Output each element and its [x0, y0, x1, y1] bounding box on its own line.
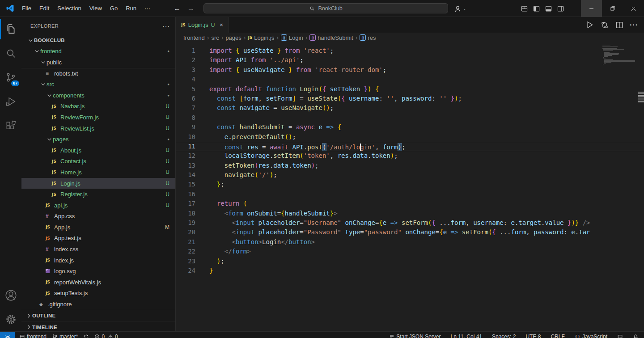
- breadcrumb-login[interactable]: @Login: [281, 34, 303, 41]
- menu-view[interactable]: View: [85, 0, 106, 17]
- accounts-button[interactable]: ⌄: [453, 0, 466, 17]
- tree-item-public[interactable]: public: [21, 57, 175, 68]
- tree-item-reviewlist-js[interactable]: JSReviewList.jsU: [21, 123, 175, 134]
- status-indentation[interactable]: Spaces: 2: [492, 334, 516, 338]
- status-feedback[interactable]: [617, 334, 623, 338]
- tree-item-components[interactable]: components●: [21, 90, 175, 101]
- code-line-22[interactable]: 22 </form>: [176, 247, 644, 256]
- code-line-24[interactable]: 24}: [176, 266, 644, 275]
- code-line-2[interactable]: 2import API from '../api';: [176, 55, 644, 65]
- breadcrumb-handlesubmit[interactable]: @handleSubmit: [309, 34, 353, 41]
- code-line-12[interactable]: 12 localStorage.setItem('token', res.dat…: [176, 151, 644, 161]
- activity-extensions[interactable]: [0, 114, 21, 138]
- toggle-secondary-sidebar-button[interactable]: [557, 5, 564, 13]
- tree-item-contact-js[interactable]: JSContact.jsU: [21, 156, 175, 167]
- status-start-json-server[interactable]: Start JSON Server: [389, 334, 441, 338]
- status-diagnostics[interactable]: 00: [94, 334, 118, 338]
- tree-item-app-js[interactable]: JSApp.jsM: [21, 222, 175, 233]
- toggle-panel-button[interactable]: [545, 5, 552, 13]
- breadcrumb-login-js[interactable]: JSLogin.js: [248, 34, 274, 41]
- minimap[interactable]: [602, 45, 640, 66]
- code-line-15[interactable]: 15 };: [176, 180, 644, 189]
- code-line-23[interactable]: 23 );: [176, 257, 644, 266]
- tree-item-app-css[interactable]: #App.css: [21, 211, 175, 222]
- breadcrumb-frontend[interactable]: frontend: [183, 34, 205, 41]
- run-file-icon[interactable]: [585, 20, 594, 30]
- tree-item-navbar-js[interactable]: JSNavbar.jsU: [21, 101, 175, 112]
- status-eol[interactable]: CRLF: [551, 334, 564, 338]
- tree-item-api-js[interactable]: JSapi.jsU: [21, 200, 175, 211]
- tab-close-icon[interactable]: ×: [220, 21, 223, 28]
- command-center-search[interactable]: BookClub: [203, 3, 448, 13]
- remote-indicator[interactable]: ><: [0, 332, 15, 338]
- tree-item-pages[interactable]: pages●: [21, 134, 175, 145]
- code-line-6[interactable]: 6 const [form, setForm] = useState({ use…: [176, 94, 644, 103]
- section-outline[interactable]: OUTLINE: [21, 310, 175, 321]
- code-line-8[interactable]: 8: [176, 113, 644, 123]
- customize-layout-button[interactable]: [521, 5, 528, 13]
- open-changes-icon[interactable]: [600, 21, 609, 30]
- split-editor-icon[interactable]: [615, 21, 624, 30]
- code-line-17[interactable]: 17 return (: [176, 199, 644, 208]
- code-line-20[interactable]: 20 <input placeholder="Password" type="p…: [176, 228, 644, 237]
- tree-item-setuptests-js[interactable]: JSsetupTests.js: [21, 288, 175, 299]
- activity-search[interactable]: [0, 41, 21, 65]
- tree-item-app-test-js[interactable]: JSApp.test.js: [21, 233, 175, 244]
- menu-run[interactable]: Run: [122, 0, 140, 17]
- status-cursor-position[interactable]: Ln 11, Col 41: [451, 334, 483, 338]
- code-line-19[interactable]: 19 <input placeholder="Username" onChang…: [176, 218, 644, 228]
- settings-menu[interactable]: [0, 307, 21, 331]
- code-line-10[interactable]: 10 e.preventDefault();: [176, 132, 644, 142]
- menu-[interactable]: ···: [140, 0, 154, 17]
- breadcrumb-res[interactable]: @res: [360, 34, 376, 41]
- explorer-more-actions-icon[interactable]: ···: [162, 22, 170, 30]
- menu-go[interactable]: Go: [106, 0, 122, 17]
- forward-arrow-icon[interactable]: →: [187, 4, 195, 13]
- minimize-button[interactable]: [581, 0, 602, 17]
- close-button[interactable]: [623, 0, 644, 17]
- status-sync[interactable]: [83, 334, 89, 338]
- code-line-14[interactable]: 14 navigate('/');: [176, 170, 644, 180]
- status-language-mode[interactable]: {}JavaScript: [575, 334, 607, 338]
- tree-item-index-css[interactable]: #index.css: [21, 244, 175, 255]
- code-line-13[interactable]: 13 setToken(res.data.token);: [176, 161, 644, 170]
- tree-item-bookclub[interactable]: BOOKCLUB: [21, 35, 175, 46]
- code-line-4[interactable]: 4: [176, 75, 644, 84]
- tree-item-about-js[interactable]: JSAbout.jsU: [21, 145, 175, 156]
- code-line-16[interactable]: 16: [176, 190, 644, 199]
- activity-run-debug[interactable]: [0, 89, 21, 114]
- code-line-18[interactable]: 18 <form onSubmit={handleSubmit}>: [176, 209, 644, 218]
- code-line-21[interactable]: 21 <button>Login</button>: [176, 237, 644, 247]
- code-line-5[interactable]: 5export default function Login({ setToke…: [176, 84, 644, 94]
- code-line-9[interactable]: 9 const handleSubmit = async e => {: [176, 123, 644, 132]
- tree-item-index-js[interactable]: JSindex.js: [21, 255, 175, 266]
- restore-button[interactable]: [602, 0, 623, 17]
- tree-item-reviewform-js[interactable]: JSReviewForm.jsU: [21, 112, 175, 123]
- menu-selection[interactable]: Selection: [53, 0, 85, 17]
- account-menu[interactable]: [0, 283, 21, 307]
- tree-item-logo-svg[interactable]: logo.svg: [21, 266, 175, 277]
- back-arrow-icon[interactable]: ←: [174, 4, 181, 13]
- toggle-primary-sidebar-button[interactable]: [533, 5, 540, 13]
- activity-source-control[interactable]: 87: [0, 65, 21, 89]
- tree-item--gitignore[interactable]: ◆.gitignore: [21, 299, 175, 310]
- tree-item-src[interactable]: src●: [21, 79, 175, 90]
- breadcrumb-src[interactable]: src: [211, 34, 219, 41]
- menu-edit[interactable]: Edit: [35, 0, 53, 17]
- activity-explorer[interactable]: [0, 17, 21, 41]
- code-line-7[interactable]: 7 const navigate = useNavigate();: [176, 103, 644, 113]
- status-encoding[interactable]: UTF-8: [525, 334, 541, 338]
- tab-login-js[interactable]: JS Login.js U ×: [176, 17, 229, 33]
- tree-item-robots-txt[interactable]: ≡robots.txt: [21, 68, 175, 79]
- more-actions-icon[interactable]: ···: [630, 21, 638, 29]
- code-area[interactable]: 1import { useState } from 'react';2impor…: [176, 42, 644, 331]
- status-notifications[interactable]: [633, 334, 639, 338]
- breadcrumb-pages[interactable]: pages: [225, 34, 241, 41]
- tree-item-login-js[interactable]: JSLogin.jsU: [21, 178, 175, 189]
- menu-file[interactable]: File: [18, 0, 35, 17]
- tree-item-frontend[interactable]: frontend●: [21, 46, 175, 57]
- status-git-branch[interactable]: master*: [52, 334, 78, 338]
- code-line-1[interactable]: 1import { useState } from 'react';: [176, 46, 644, 55]
- tree-item-register-js[interactable]: JSRegister.jsU: [21, 189, 175, 200]
- tree-item-home-js[interactable]: JSHome.jsU: [21, 167, 175, 178]
